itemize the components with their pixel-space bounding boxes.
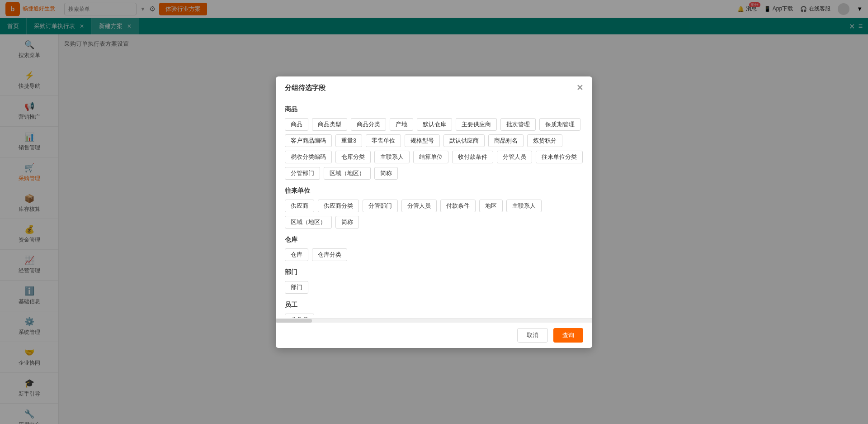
field-tag-partner-5[interactable]: 地区 [479, 200, 503, 212]
modal-body: 商品 商品 商品类型 商品分类 产地 默认仓库 主要供应商 批次管理 保质期管理… [276, 98, 592, 319]
field-tag-partner-2[interactable]: 分管部门 [363, 200, 398, 212]
modal-close-icon[interactable]: ✕ [576, 84, 583, 92]
field-select-modal: 分组待选字段 ✕ 商品 商品 商品类型 商品分类 产地 默认仓库 主要供应商 批… [276, 76, 592, 348]
field-tag-goods-14[interactable]: 炼货积分 [527, 134, 562, 147]
field-tag-employee-0[interactable]: 业务员 [285, 314, 314, 319]
field-tag-goods-0[interactable]: 商品 [285, 118, 308, 131]
field-tag-goods-3[interactable]: 产地 [390, 118, 413, 131]
field-tag-goods-6[interactable]: 批次管理 [500, 118, 536, 131]
field-tag-goods-4[interactable]: 默认仓库 [417, 118, 452, 131]
field-tag-goods-16[interactable]: 仓库分类 [335, 151, 371, 163]
modal-hscroll-thumb[interactable] [276, 319, 312, 323]
field-tag-goods-21[interactable]: 往来单位分类 [536, 151, 583, 163]
modal-header: 分组待选字段 ✕ [276, 76, 592, 98]
field-tag-partner-7[interactable]: 区域（地区） [285, 216, 332, 229]
field-tag-goods-7[interactable]: 保质期管理 [539, 118, 580, 131]
field-tag-goods-9[interactable]: 重量3 [335, 134, 362, 147]
field-tags-warehouse: 仓库 仓库分类 [285, 248, 583, 261]
field-tag-goods-15[interactable]: 税收分类编码 [285, 151, 332, 163]
section-title-employee: 员工 [285, 301, 583, 309]
field-tag-partner-4[interactable]: 付款条件 [440, 200, 476, 212]
field-tag-partner-0[interactable]: 供应商 [285, 200, 314, 212]
field-tag-partner-3[interactable]: 分管人员 [401, 200, 437, 212]
field-tags-goods: 商品 商品类型 商品分类 产地 默认仓库 主要供应商 批次管理 保质期管理 客户… [285, 118, 583, 180]
field-tag-warehouse-0[interactable]: 仓库 [285, 248, 308, 261]
field-tag-goods-20[interactable]: 分管人员 [497, 151, 532, 163]
field-tag-goods-18[interactable]: 结算单位 [413, 151, 448, 163]
confirm-button[interactable]: 查询 [553, 328, 583, 343]
field-tag-goods-13[interactable]: 商品别名 [488, 134, 524, 147]
section-title-goods: 商品 [285, 105, 583, 114]
field-tag-goods-12[interactable]: 默认供应商 [443, 134, 485, 147]
field-tags-employee: 业务员 [285, 314, 583, 319]
field-tags-partner: 供应商 供应商分类 分管部门 分管人员 付款条件 地区 主联系人 区域（地区） … [285, 200, 583, 229]
modal-title: 分组待选字段 [285, 84, 326, 92]
field-tag-goods-19[interactable]: 收付款条件 [452, 151, 493, 163]
field-tag-goods-23[interactable]: 区域（地区） [324, 167, 371, 180]
field-tag-goods-10[interactable]: 零售单位 [366, 134, 401, 147]
field-tag-goods-8[interactable]: 客户商品编码 [285, 134, 332, 147]
cancel-button[interactable]: 取消 [517, 328, 548, 343]
section-title-partner: 往来单位 [285, 187, 583, 195]
field-tag-goods-11[interactable]: 规格型号 [405, 134, 440, 147]
field-tag-goods-2[interactable]: 商品分类 [351, 118, 386, 131]
field-tag-partner-6[interactable]: 主联系人 [506, 200, 542, 212]
field-tag-goods-22[interactable]: 分管部门 [285, 167, 320, 180]
field-tag-partner-8[interactable]: 简称 [335, 216, 359, 229]
field-tags-department: 部门 [285, 281, 583, 294]
field-tag-goods-5[interactable]: 主要供应商 [456, 118, 497, 131]
field-tag-department-0[interactable]: 部门 [285, 281, 308, 294]
section-title-department: 部门 [285, 268, 583, 276]
modal-footer: 取消 查询 [276, 322, 592, 348]
field-tag-goods-1[interactable]: 商品类型 [312, 118, 347, 131]
field-tag-partner-1[interactable]: 供应商分类 [318, 200, 359, 212]
modal-overlay: 分组待选字段 ✕ 商品 商品 商品类型 商品分类 产地 默认仓库 主要供应商 批… [0, 0, 868, 424]
modal-horizontal-scrollbar[interactable] [276, 318, 592, 322]
section-title-warehouse: 仓库 [285, 236, 583, 244]
field-tag-warehouse-1[interactable]: 仓库分类 [312, 248, 347, 261]
field-tag-goods-17[interactable]: 主联系人 [374, 151, 410, 163]
field-tag-goods-24[interactable]: 简称 [374, 167, 398, 180]
